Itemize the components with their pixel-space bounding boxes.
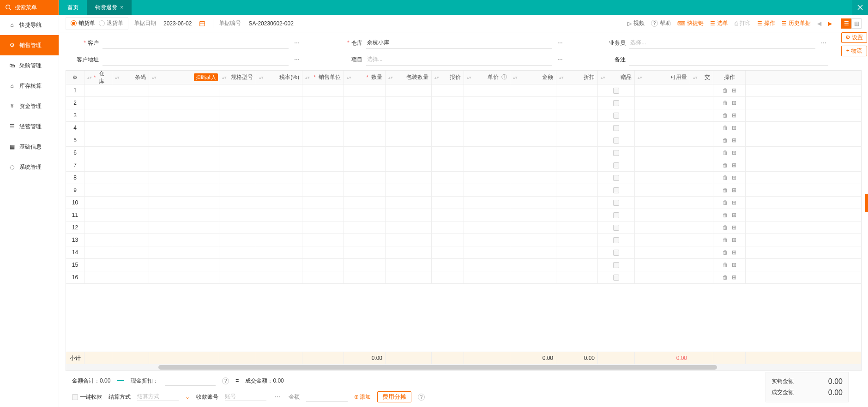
table-row[interactable]: 8🗑⊞ — [66, 172, 861, 184]
table-row[interactable]: 7🗑⊞ — [66, 159, 861, 172]
delete-icon[interactable]: 🗑 — [723, 174, 728, 181]
gift-checkbox[interactable] — [613, 175, 619, 181]
sidebar-item-bag[interactable]: 🛍采购管理 — [0, 55, 59, 76]
gift-checkbox[interactable] — [613, 125, 619, 131]
gift-checkbox[interactable] — [613, 187, 619, 193]
delete-icon[interactable]: 🗑 — [723, 199, 728, 206]
col-spec[interactable]: ▴▾规格型号 — [219, 71, 256, 84]
logistics-button[interactable]: + 物流 — [841, 46, 867, 56]
acct-select[interactable]: 账号 — [225, 393, 266, 401]
table-row[interactable]: 4🗑⊞ — [66, 122, 861, 134]
delete-icon[interactable]: 🗑 — [723, 100, 728, 106]
delete-icon[interactable]: 🗑 — [723, 187, 728, 193]
add-icon[interactable]: ⊞ — [732, 237, 736, 243]
next-button[interactable]: ▶ — [828, 20, 832, 27]
add-icon[interactable]: ⊞ — [732, 199, 736, 206]
radio-return[interactable]: 退货单 — [99, 19, 123, 27]
add-icon[interactable]: ⊞ — [732, 162, 736, 168]
sales-input[interactable]: 选择... — [629, 37, 815, 49]
delete-icon[interactable]: 🗑 — [723, 224, 728, 231]
col-available[interactable]: ▴▾可用量 — [635, 71, 690, 84]
table-row[interactable]: 16🗑⊞ — [66, 271, 861, 284]
history-link[interactable]: ☰历史单据 — [782, 19, 811, 27]
sales-more-icon[interactable]: ⋯ — [819, 40, 828, 46]
col-quote[interactable]: ▴▾报价 — [432, 71, 464, 84]
warehouse-more-icon[interactable]: ⋯ — [555, 40, 565, 46]
tab-销货退货[interactable]: 销货退货× — [87, 0, 132, 15]
add-icon[interactable]: ⊞ — [732, 112, 736, 119]
sidebar-item-doc[interactable]: ☰经营管理 — [0, 116, 59, 137]
onekey-checkbox[interactable]: 一键收款 — [72, 393, 102, 401]
help-icon[interactable]: ? — [418, 394, 425, 401]
shortcut-link[interactable]: ⌨快捷键 — [677, 19, 704, 27]
gift-checkbox[interactable] — [613, 275, 619, 281]
table-row[interactable]: 13🗑⊞ — [66, 234, 861, 246]
table-row[interactable]: 10🗑⊞ — [66, 197, 861, 209]
doc-date-value[interactable]: 2023-06-02 — [163, 20, 192, 27]
col-unit[interactable]: ▴▾*销售单位 — [302, 71, 344, 84]
col-gift[interactable]: ▴▾赠品 — [598, 71, 635, 84]
amt-input[interactable] — [306, 392, 348, 402]
col-qty[interactable]: ▴▾*数量 — [344, 71, 386, 84]
sidebar-item-sys[interactable]: ◌系统管理 — [0, 157, 59, 177]
table-row[interactable]: 12🗑⊞ — [66, 221, 861, 234]
col-discount[interactable]: ▴▾折扣 — [556, 71, 598, 84]
gift-checkbox[interactable] — [613, 262, 619, 268]
sidebar-item-money[interactable]: ¥资金管理 — [0, 96, 59, 116]
add-icon[interactable]: ⊞ — [732, 187, 736, 193]
delete-icon[interactable]: 🗑 — [723, 87, 728, 94]
table-row[interactable]: 15🗑⊞ — [66, 259, 861, 271]
sidebar-item-cart[interactable]: ⚙销售管理 — [0, 35, 59, 55]
sidebar-item-info[interactable]: ▦基础信息 — [0, 137, 59, 157]
project-input[interactable]: 选择... — [366, 54, 552, 66]
add-icon[interactable]: ⊞ — [732, 137, 736, 144]
add-icon[interactable]: ⊞ — [732, 125, 736, 131]
add-icon[interactable]: ⊞ — [732, 212, 736, 218]
gift-checkbox[interactable] — [613, 88, 619, 94]
col-pack[interactable]: ▴▾包装数量 — [386, 71, 432, 84]
delete-icon[interactable]: 🗑 — [723, 237, 728, 243]
col-product[interactable]: ▴▾*商品扫码录入 — [149, 71, 219, 84]
add-icon[interactable]: ⊞ — [732, 87, 736, 94]
delete-icon[interactable]: 🗑 — [723, 212, 728, 218]
add-icon[interactable]: ⊞ — [732, 224, 736, 231]
gift-checkbox[interactable] — [613, 237, 619, 243]
addr-more-icon[interactable]: ⋯ — [292, 56, 301, 63]
delete-icon[interactable]: 🗑 — [723, 150, 728, 156]
view-grid-button[interactable]: ▥ — [851, 18, 862, 29]
addr-input[interactable] — [102, 54, 289, 66]
fee-split-button[interactable]: 费用分摊 — [377, 391, 411, 402]
remark-input[interactable] — [629, 54, 828, 66]
table-row[interactable]: 3🗑⊞ — [66, 109, 861, 122]
customer-more-icon[interactable]: ⋯ — [292, 40, 301, 46]
col-amount[interactable]: ▴▾金额 — [510, 71, 556, 84]
customer-input[interactable] — [102, 37, 289, 49]
print-link[interactable]: ⎙打印 — [735, 19, 751, 27]
radio-sales[interactable]: 销货单 — [71, 19, 95, 27]
delete-icon[interactable]: 🗑 — [723, 262, 728, 268]
gift-checkbox[interactable] — [613, 100, 619, 106]
close-icon[interactable]: × — [120, 4, 123, 11]
delete-icon[interactable]: 🗑 — [723, 112, 728, 119]
gift-checkbox[interactable] — [613, 150, 619, 156]
table-row[interactable]: 5🗑⊞ — [66, 134, 861, 147]
tab-首页[interactable]: 首页 — [59, 0, 87, 15]
close-panel-button[interactable] — [852, 0, 868, 15]
delete-icon[interactable]: 🗑 — [723, 162, 728, 168]
help-link[interactable]: ?帮助 — [651, 19, 671, 27]
cash-disc-input[interactable] — [165, 376, 216, 386]
video-link[interactable]: ▷视频 — [627, 19, 645, 27]
table-row[interactable]: 9🗑⊞ — [66, 184, 861, 197]
col-delivery[interactable]: ▴▾交 — [690, 71, 713, 84]
ops-link[interactable]: ☰操作 — [757, 19, 775, 27]
col-price[interactable]: ▴▾单价ⓘ — [464, 71, 510, 84]
sidebar-item-house[interactable]: ⌂库存核算 — [0, 76, 59, 96]
options-link[interactable]: ☰选单 — [710, 19, 728, 27]
gift-checkbox[interactable] — [613, 162, 619, 168]
add-icon[interactable]: ⊞ — [732, 150, 736, 156]
table-row[interactable]: 2🗑⊞ — [66, 97, 861, 109]
calendar-icon[interactable] — [199, 20, 205, 27]
delete-icon[interactable]: 🗑 — [723, 249, 728, 256]
view-list-button[interactable]: ☰ — [841, 18, 851, 29]
settings-button[interactable]: ⚙ 设置 — [841, 32, 867, 43]
